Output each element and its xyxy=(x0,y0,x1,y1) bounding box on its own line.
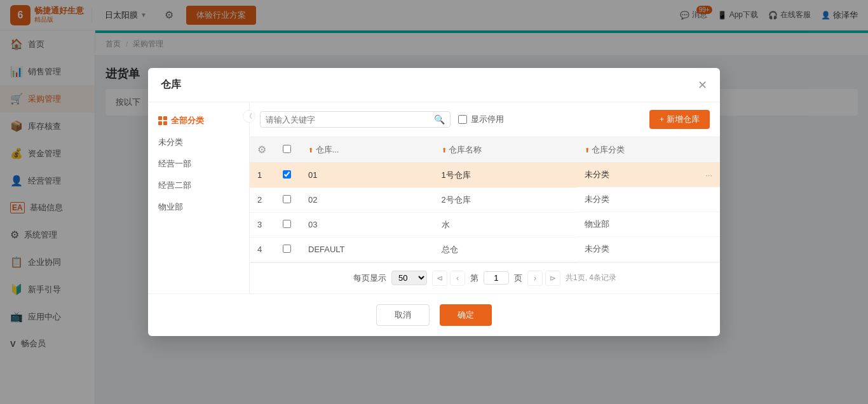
grid-icon xyxy=(158,116,167,125)
row-code: DEFAULT xyxy=(301,237,434,262)
warehouse-table: ⚙ ⬆ 仓库... ⬆ 仓库名称 xyxy=(250,137,720,262)
table-row[interactable]: 1 01 1号仓库 未分类··· xyxy=(250,163,720,188)
table-row[interactable]: 2 02 2号仓库 未分类 xyxy=(250,187,720,212)
table-body: 1 01 1号仓库 未分类··· 2 02 2号仓库 未分类 3 03 水 物业… xyxy=(250,163,720,262)
row-name: 2号仓库 xyxy=(434,187,577,212)
total-info: 共1页, 4条记录 xyxy=(566,273,616,283)
modal-right-panel: 🔍 显示停用 + 新增仓库 ⚙ xyxy=(250,102,720,293)
row-name: 总仓 xyxy=(434,237,577,262)
category-header-label: 全部分类 xyxy=(171,115,204,126)
modal-body: 《 全部分类 未分类 经营一部 经营二部 物业部 🔍 xyxy=(148,102,720,293)
category-header: 全部分类 xyxy=(148,110,249,131)
category-item-unclassified[interactable]: 未分类 xyxy=(148,131,249,153)
row-select-checkbox[interactable] xyxy=(283,170,291,178)
confirm-button[interactable]: 确定 xyxy=(440,304,492,326)
search-icon[interactable]: 🔍 xyxy=(434,114,445,125)
row-actions-button[interactable]: ··· xyxy=(705,170,712,180)
category-item-property[interactable]: 物业部 xyxy=(148,196,249,218)
row-select-checkbox[interactable] xyxy=(283,220,291,228)
row-name: 1号仓库 xyxy=(434,163,577,188)
row-code: 03 xyxy=(301,212,434,237)
row-checkbox[interactable] xyxy=(275,163,301,188)
search-box: 🔍 xyxy=(260,111,451,128)
sort-icon-category: ⬆ xyxy=(585,147,590,154)
add-warehouse-button[interactable]: + 新增仓库 xyxy=(649,110,710,129)
row-code: 01 xyxy=(301,163,434,188)
table-row[interactable]: 4 DEFAULT 总仓 未分类 xyxy=(250,237,720,262)
show-disabled-group: 显示停用 xyxy=(458,114,504,125)
select-all-checkbox[interactable] xyxy=(283,145,291,153)
page-nav-next: › ⊳ xyxy=(527,271,560,286)
modal-footer: 取消 确定 xyxy=(148,293,720,336)
search-input[interactable] xyxy=(266,115,430,125)
row-category: 未分类 xyxy=(577,237,720,262)
category-sidebar: 《 全部分类 未分类 经营一部 经营二部 物业部 xyxy=(148,102,250,293)
per-page-select[interactable]: 102050100 xyxy=(391,271,427,285)
row-checkbox[interactable] xyxy=(275,212,301,237)
warehouse-modal: 仓库 ✕ 《 全部分类 未分类 经营一部 经营二部 物业部 xyxy=(148,68,720,336)
pagination: 每页显示 102050100 ⊲ ‹ 第 页 › ⊳ xyxy=(250,262,720,293)
row-select-checkbox[interactable] xyxy=(283,245,291,253)
th-code: ⬆ 仓库... xyxy=(301,137,434,163)
th-checkbox xyxy=(275,137,301,163)
per-page-select-group: 102050100 xyxy=(391,271,427,285)
show-disabled-label: 显示停用 xyxy=(471,114,504,125)
prev-page-button[interactable]: ‹ xyxy=(450,271,465,286)
th-category: ⬆ 仓库分类 xyxy=(577,137,720,163)
row-code: 02 xyxy=(301,187,434,212)
th-name: ⬆ 仓库名称 xyxy=(434,137,577,163)
row-category: 未分类 xyxy=(577,187,720,212)
row-checkbox[interactable] xyxy=(275,237,301,262)
sort-icon-code: ⬆ xyxy=(308,147,313,154)
row-category: 物业部 xyxy=(577,212,720,237)
page-label: 第 xyxy=(470,273,478,284)
show-disabled-checkbox[interactable] xyxy=(458,115,467,124)
row-name: 水 xyxy=(434,212,577,237)
th-gear[interactable]: ⚙ xyxy=(250,137,275,163)
row-select-checkbox[interactable] xyxy=(283,195,291,203)
page-number-input[interactable] xyxy=(484,271,509,285)
category-item-dept1[interactable]: 经营一部 xyxy=(148,153,249,175)
gear-icon[interactable]: ⚙ xyxy=(257,144,266,155)
row-category: 未分类··· xyxy=(577,163,720,187)
row-num: 4 xyxy=(250,237,275,262)
page-suffix: 页 xyxy=(514,273,522,284)
sort-icon-name: ⬆ xyxy=(442,147,447,154)
cancel-button[interactable]: 取消 xyxy=(376,304,430,326)
last-page-button[interactable]: ⊳ xyxy=(545,271,560,286)
modal-header: 仓库 ✕ xyxy=(148,68,720,102)
first-page-button[interactable]: ⊲ xyxy=(432,271,447,286)
category-item-dept2[interactable]: 经营二部 xyxy=(148,175,249,196)
table-row[interactable]: 3 03 水 物业部 xyxy=(250,212,720,237)
row-num: 1 xyxy=(250,163,275,188)
row-checkbox[interactable] xyxy=(275,187,301,212)
modal-toolbar: 🔍 显示停用 + 新增仓库 xyxy=(250,102,720,137)
table-header-row: ⚙ ⬆ 仓库... ⬆ 仓库名称 xyxy=(250,137,720,163)
modal-overlay: 仓库 ✕ 《 全部分类 未分类 经营一部 经营二部 物业部 xyxy=(0,0,868,404)
warehouse-table-element: ⚙ ⬆ 仓库... ⬆ 仓库名称 xyxy=(250,137,720,262)
row-num: 2 xyxy=(250,187,275,212)
next-page-button[interactable]: › xyxy=(527,271,543,286)
per-page-label: 每页显示 xyxy=(353,273,386,284)
modal-title: 仓库 xyxy=(161,78,181,91)
modal-close-button[interactable]: ✕ xyxy=(698,79,707,91)
row-num: 3 xyxy=(250,212,275,237)
page-nav: ⊲ ‹ xyxy=(432,271,465,286)
